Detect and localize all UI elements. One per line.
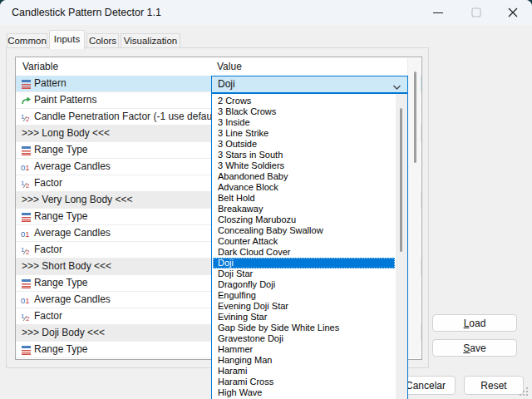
column-header-value: Value: [217, 57, 242, 76]
row-label: Average Candles: [34, 159, 111, 175]
fraction-icon: 1⁄2: [21, 311, 32, 322]
dropdown-item[interactable]: Gap Side by Side White Lines: [213, 323, 395, 333]
fraction-icon: 1⁄2: [21, 244, 32, 255]
dropdown-item[interactable]: Concealing Baby Swallow: [213, 225, 395, 236]
dropdown-items: 2 Crows3 Black Crows3 Inside3 Line Strik…: [213, 96, 395, 398]
maximize-icon: [470, 7, 482, 18]
fraction-icon: 1⁄2: [21, 178, 32, 189]
combobox-value: Doji: [218, 76, 235, 92]
dropdown-item[interactable]: Gravestone Doji: [213, 333, 395, 344]
row-label: Range Type: [34, 275, 88, 291]
dropdown-item[interactable]: Dragonfly Doji: [213, 279, 395, 290]
minimize-icon: [432, 7, 444, 18]
chevron-down-icon: [392, 81, 401, 93]
dropdown-item[interactable]: Closzing Marubozu: [213, 214, 395, 225]
dropdown-item[interactable]: 3 Black Crows: [213, 106, 395, 117]
table-scrollbar-thumb[interactable]: [414, 71, 416, 163]
dropdown-item[interactable]: 3 Line Strike: [213, 128, 395, 139]
row-label: >>> Short Body <<<: [22, 259, 111, 274]
row-label: Range Type: [34, 209, 88, 224]
dropdown-item[interactable]: Doji Star: [213, 268, 395, 279]
dropdown-item[interactable]: Hanging Man: [213, 355, 395, 366]
dropdown-item[interactable]: Dark Cloud Cover: [213, 247, 395, 258]
numeric-icon: 01: [21, 294, 32, 305]
tab-colors[interactable]: Colors: [86, 33, 119, 48]
list-icon: [21, 278, 32, 288]
titlebar: Candlestick Pattern Detector 1.1: [0, 0, 532, 25]
dropdown-item[interactable]: Belt Hold: [213, 193, 395, 204]
pattern-value-combobox[interactable]: Doji: [211, 76, 408, 93]
tab-visualization[interactable]: Visualization: [121, 33, 180, 48]
close-icon: [507, 7, 519, 18]
dropdown-item[interactable]: Hammer: [213, 344, 395, 355]
pattern-dropdown-list: 2 Crows3 Black Crows3 Inside3 Line Strik…: [211, 93, 408, 399]
dropdown-item[interactable]: Harami Cross: [213, 377, 395, 387]
dropdown-item[interactable]: 3 Inside: [213, 117, 395, 128]
dropdown-item[interactable]: Advance Block: [213, 182, 395, 193]
dropdown-item[interactable]: Engulfing: [213, 290, 395, 301]
dropdown-item[interactable]: 3 Outside: [213, 139, 395, 150]
row-label: Range Type: [34, 342, 88, 357]
numeric-icon: 01: [21, 228, 32, 239]
reset-button[interactable]: Reset: [464, 376, 524, 395]
load-button[interactable]: Load: [432, 314, 517, 332]
table-scrollbar[interactable]: [407, 58, 421, 358]
save-button[interactable]: Save: [432, 339, 517, 357]
list-icon: [21, 211, 32, 222]
minimize-button[interactable]: [421, 0, 455, 25]
row-label: >>> Long Body <<<: [22, 126, 110, 141]
row-label: Factor: [34, 308, 62, 324]
close-button[interactable]: [496, 0, 530, 25]
dropdown-item[interactable]: High Wave: [213, 387, 395, 398]
row-label: Average Candles: [34, 292, 111, 308]
list-icon: [21, 145, 32, 155]
paint-arrow-icon: [21, 95, 32, 106]
row-label: Paint Patterns: [34, 92, 96, 108]
row-label: Range Type: [34, 142, 88, 158]
maximize-button[interactable]: [460, 0, 493, 25]
column-header-variable: Variable: [22, 57, 58, 76]
row-label: Average Candles: [34, 225, 111, 241]
dropdown-item[interactable]: Doji: [213, 258, 395, 268]
dropdown-item[interactable]: Evening Doji Star: [213, 301, 395, 312]
dropdown-item[interactable]: Evining Star: [213, 312, 395, 323]
resize-grip[interactable]: [520, 387, 528, 396]
list-icon: [21, 78, 32, 89]
list-icon: [21, 344, 32, 355]
dropdown-item[interactable]: Abandoned Baby: [213, 171, 395, 182]
dropdown-item[interactable]: Breakaway: [213, 204, 395, 214]
row-label: >>> Very Long Body <<<: [22, 192, 132, 208]
tab-inputs[interactable]: Inputs: [49, 30, 85, 49]
dropdown-item[interactable]: 3 Stars in South: [213, 150, 395, 160]
table-header: Variable Value: [16, 57, 421, 76]
dropdown-item[interactable]: Harami: [213, 366, 395, 377]
row-label: Factor: [34, 175, 62, 191]
row-label: Candle Penetration Factor (-1 use defaul…: [34, 109, 220, 125]
row-label: Pattern: [34, 76, 66, 91]
dropdown-item[interactable]: 3 White Soldiers: [213, 160, 395, 171]
window-title: Candlestick Pattern Detector 1.1: [12, 0, 161, 25]
row-label: >>> Doji Body <<<: [22, 325, 105, 341]
tab-common[interactable]: Common: [7, 33, 47, 48]
dropdown-scrollbar-thumb[interactable]: [400, 108, 402, 252]
fraction-icon: 1⁄2: [21, 111, 32, 122]
dropdown-scrollbar[interactable]: [396, 94, 407, 399]
dropdown-item[interactable]: 2 Crows: [213, 96, 395, 106]
numeric-icon: 01: [21, 161, 32, 172]
row-label: Factor: [34, 242, 62, 258]
dropdown-item[interactable]: Counter Attack: [213, 236, 395, 247]
dialog-window: Candlestick Pattern Detector 1.1 CommonI…: [0, 0, 532, 399]
